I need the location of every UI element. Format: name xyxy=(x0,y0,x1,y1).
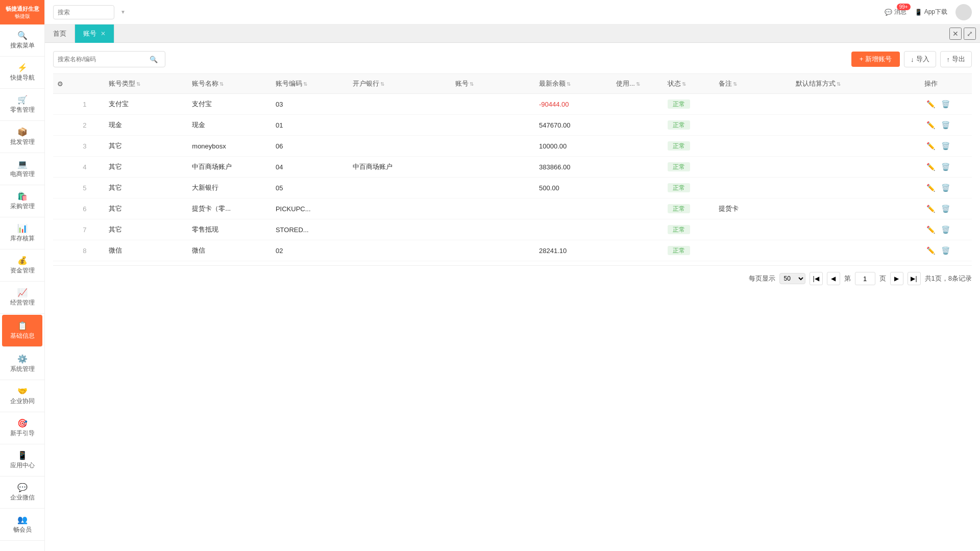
cell-code: STORED... xyxy=(272,219,349,240)
col-settings: ⚙ xyxy=(53,74,79,94)
sidebar-item-system[interactable]: ⚙️系统管理 xyxy=(0,348,44,380)
col-status-header[interactable]: 状态⇅ xyxy=(664,74,715,94)
col-index xyxy=(79,74,104,94)
cell-status: 正常 xyxy=(664,136,715,157)
edit-button[interactable]: ✏️ xyxy=(924,141,937,151)
sidebar-item-purchase[interactable]: 🛍️采购管理 xyxy=(0,185,44,217)
sidebar-item-finance[interactable]: 💰资金管理 xyxy=(0,249,44,282)
sidebar-item-enterprise-wx[interactable]: 💬企业微信 xyxy=(0,477,44,509)
cell-action: ✏️ 🗑️ xyxy=(920,240,972,261)
sidebar-item-guide[interactable]: 🎯新手引导 xyxy=(0,412,44,444)
agreement-icon: 🤝 xyxy=(4,386,40,396)
cell-status: 正常 xyxy=(664,178,715,198)
status-badge: 正常 xyxy=(668,99,690,109)
col-balance-header[interactable]: 最新余额⇅ xyxy=(535,74,612,94)
edit-button[interactable]: ✏️ xyxy=(924,120,937,130)
next-page-button[interactable]: ▶ xyxy=(890,272,903,285)
export-button[interactable]: ↑ 导出 xyxy=(940,51,972,67)
enterprise-wx-icon: 💬 xyxy=(4,483,40,492)
cell-status: 正常 xyxy=(664,219,715,240)
cell-balance: 383866.00 xyxy=(535,157,612,178)
edit-button[interactable]: ✏️ xyxy=(924,99,937,109)
tab-label-home: 首页 xyxy=(53,29,66,38)
cell-balance: 500.00 xyxy=(535,178,612,198)
search-wrap: 🔍 xyxy=(53,51,165,67)
page-label: 第 xyxy=(844,274,851,283)
edit-button[interactable]: ✏️ xyxy=(924,183,937,193)
message-button[interactable]: 💬 消息 99+ xyxy=(885,8,906,16)
guide-icon: 🎯 xyxy=(4,418,40,428)
sidebar-item-agreement[interactable]: 🤝企业协同 xyxy=(0,380,44,412)
delete-button[interactable]: 🗑️ xyxy=(939,204,952,214)
col-remark-header[interactable]: 备注⇅ xyxy=(715,74,792,94)
inventory-icon: 📊 xyxy=(4,223,40,233)
col-account-header[interactable]: 账号⇅ xyxy=(451,74,535,94)
pagination-bar: 每页显示 50 100 200 |◀ ◀ 第 页 ▶ ▶| 共1页，8条记录 xyxy=(53,265,972,285)
cell-bank xyxy=(349,178,451,198)
col-name-header[interactable]: 账号名称⇅ xyxy=(188,74,272,94)
table-row: 6 其它 提货卡（零... PICKUPC... 正常 提货卡 ✏️ 🗑️ xyxy=(53,198,972,219)
tab-close-button[interactable]: ✕ xyxy=(949,28,962,40)
sidebar-item-wholesale[interactable]: 📦批发管理 xyxy=(0,121,44,153)
col-usage-header[interactable]: 使用...⇅ xyxy=(612,74,664,94)
col-bank-header[interactable]: 开户银行⇅ xyxy=(349,74,451,94)
retail-icon: 🛒 xyxy=(4,95,40,105)
prev-page-button[interactable]: ◀ xyxy=(827,272,840,285)
tab-accounts[interactable]: 账号✕ xyxy=(75,24,114,43)
col-default-header[interactable]: 默认结算方式⇅ xyxy=(792,74,920,94)
sidebar-item-basic-info[interactable]: 📋基础信息 xyxy=(2,315,42,347)
first-page-button[interactable]: |◀ xyxy=(810,272,823,285)
status-badge: 正常 xyxy=(668,141,690,151)
cell-name: moneybosx xyxy=(188,136,272,157)
sidebar-item-retail[interactable]: 🛒零售管理 xyxy=(0,89,44,121)
cell-status: 正常 xyxy=(664,240,715,261)
delete-button[interactable]: 🗑️ xyxy=(939,183,952,193)
cell-usage xyxy=(612,198,664,219)
per-page-select[interactable]: 50 100 200 xyxy=(779,273,805,284)
sidebar-item-member[interactable]: 👥畅会员 xyxy=(0,509,44,541)
edit-button[interactable]: ✏️ xyxy=(924,204,937,214)
delete-button[interactable]: 🗑️ xyxy=(939,245,952,256)
delete-button[interactable]: 🗑️ xyxy=(939,162,952,172)
dropdown-icon[interactable]: ▼ xyxy=(120,9,126,15)
settings-icon[interactable]: ⚙ xyxy=(57,80,63,88)
logo-text: 畅捷通好生意畅捷版 xyxy=(6,5,39,20)
cell-action: ✏️ 🗑️ xyxy=(920,157,972,178)
delete-button[interactable]: 🗑️ xyxy=(939,99,952,109)
cell-type: 其它 xyxy=(105,219,188,240)
cell-name: 支付宝 xyxy=(188,94,272,115)
search-input[interactable] xyxy=(58,56,150,63)
edit-button[interactable]: ✏️ xyxy=(924,224,937,235)
top-search-input[interactable] xyxy=(53,5,114,19)
tab-close-accounts[interactable]: ✕ xyxy=(101,30,106,37)
edit-button[interactable]: ✏️ xyxy=(924,245,937,256)
search-icon[interactable]: 🔍 xyxy=(150,56,158,63)
sidebar-item-quick-nav[interactable]: ⚡快捷导航 xyxy=(0,57,44,89)
table-row: 1 支付宝 支付宝 03 -90444.00 正常 ✏️ 🗑️ xyxy=(53,94,972,115)
cell-account xyxy=(451,219,535,240)
sidebar-item-app-center[interactable]: 📱应用中心 xyxy=(0,444,44,477)
sidebar-item-search-menu[interactable]: 🔍搜索菜单 xyxy=(0,24,44,57)
last-page-button[interactable]: ▶| xyxy=(908,272,921,285)
sidebar-item-operation[interactable]: 📈经营管理 xyxy=(0,282,44,314)
add-account-button[interactable]: + 新增账号 xyxy=(851,52,900,67)
cell-settings xyxy=(53,94,79,115)
cell-bank xyxy=(349,94,451,115)
cell-index: 4 xyxy=(79,157,104,178)
app-download-button[interactable]: 📱 App下载 xyxy=(915,8,947,16)
col-type-header[interactable]: 账号类型⇅ xyxy=(105,74,188,94)
tab-home[interactable]: 首页 xyxy=(45,24,75,43)
import-button[interactable]: ↓ 导入 xyxy=(904,51,936,67)
sidebar-item-inventory[interactable]: 📊库存核算 xyxy=(0,217,44,249)
edit-button[interactable]: ✏️ xyxy=(924,162,937,172)
cell-type: 其它 xyxy=(105,178,188,198)
delete-button[interactable]: 🗑️ xyxy=(939,224,952,235)
page-number-input[interactable] xyxy=(855,272,875,285)
tab-maximize-button[interactable]: ⤢ xyxy=(964,28,976,40)
app-icon: 📱 xyxy=(915,9,922,16)
sidebar-item-ecommerce[interactable]: 💻电商管理 xyxy=(0,153,44,185)
delete-button[interactable]: 🗑️ xyxy=(939,120,952,130)
user-avatar[interactable] xyxy=(955,4,972,20)
col-code-header[interactable]: 账号编码⇅ xyxy=(272,74,349,94)
delete-button[interactable]: 🗑️ xyxy=(939,141,952,151)
